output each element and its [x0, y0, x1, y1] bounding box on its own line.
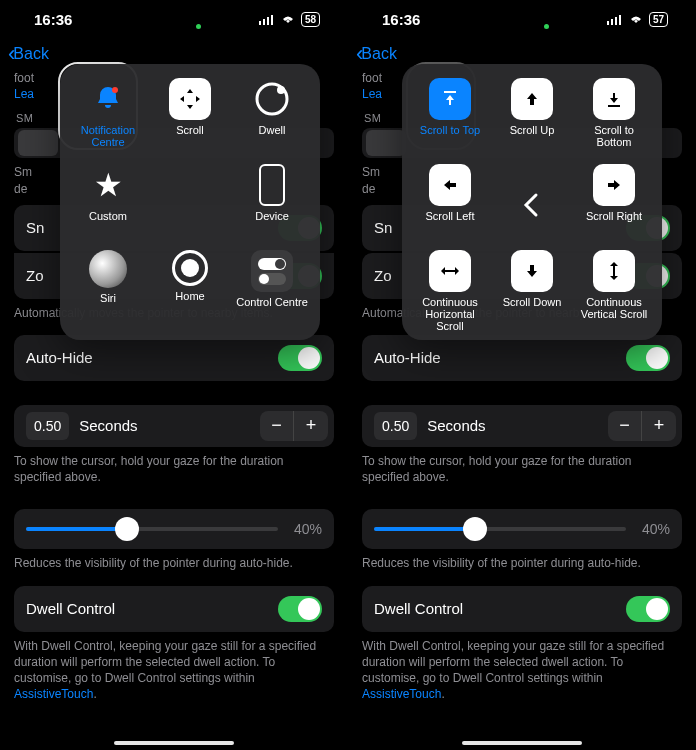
wifi-icon: [628, 13, 644, 25]
svg-rect-12: [608, 105, 620, 107]
dwell-row[interactable]: Dwell Control: [362, 586, 682, 632]
svg-rect-8: [611, 19, 613, 25]
seconds-row: 0.50 Seconds − +: [14, 405, 334, 447]
stepper-plus[interactable]: +: [294, 411, 328, 441]
menu-scroll[interactable]: Scroll: [150, 76, 230, 160]
assistive-menu-scroll[interactable]: Scroll to Top Scroll Up Scroll to Bottom…: [402, 64, 662, 340]
scroll-top-icon: [429, 78, 471, 120]
dwell-hint: With Dwell Control, keeping your gaze st…: [14, 639, 316, 685]
arrow-down-icon: [511, 250, 553, 292]
seconds-unit: Seconds: [79, 417, 250, 434]
menu-back[interactable]: [492, 162, 572, 246]
svg-point-6: [277, 86, 285, 94]
stepper-minus[interactable]: −: [260, 411, 294, 441]
status-time: 16:36: [34, 11, 72, 28]
learn-link[interactable]: Lea: [14, 87, 34, 101]
battery-icon: 58: [301, 12, 320, 27]
seconds-row: 0.50 Seconds −+: [362, 405, 682, 447]
h-scroll-icon: [429, 250, 471, 292]
dynamic-island: [128, 12, 220, 38]
assistivetouch-link[interactable]: AssistiveTouch: [14, 687, 93, 701]
opacity-slider-row: 40%: [14, 509, 334, 549]
dynamic-island: [476, 12, 568, 38]
menu-scroll-right[interactable]: Scroll Right: [574, 162, 654, 246]
control-centre-icon: [251, 250, 293, 292]
dwell-icon: [251, 78, 293, 120]
slider-hint: Reduces the visibility of the pointer du…: [14, 555, 334, 571]
seconds-hint: To show the cursor, hold your gaze for t…: [14, 453, 334, 485]
opacity-slider[interactable]: [26, 527, 278, 531]
svg-rect-3: [271, 15, 273, 25]
menu-device[interactable]: Device: [232, 162, 312, 246]
svg-rect-10: [619, 15, 621, 25]
back-label: Back: [13, 45, 49, 63]
scroll-icon: [169, 78, 211, 120]
menu-scroll-down[interactable]: Scroll Down: [492, 248, 572, 332]
star-icon: ★: [87, 164, 129, 206]
menu-scroll-left[interactable]: Scroll Left: [410, 162, 490, 246]
camera-dot: [544, 24, 549, 29]
camera-dot: [196, 24, 201, 29]
svg-rect-7: [607, 21, 609, 25]
back-label: Back: [361, 45, 397, 63]
scroll-bottom-icon: [593, 78, 635, 120]
battery-icon: 57: [649, 12, 668, 27]
menu-scroll-up[interactable]: Scroll Up: [492, 76, 572, 160]
svg-rect-11: [444, 91, 456, 93]
svg-rect-9: [615, 17, 617, 25]
slider-thumb[interactable]: [115, 517, 139, 541]
assistive-menu[interactable]: Notification Centre Scroll Dwell ★ Custo…: [60, 64, 320, 340]
arrow-up-icon: [511, 78, 553, 120]
menu-control-centre[interactable]: Control Centre: [232, 248, 312, 332]
seconds-stepper[interactable]: − +: [260, 411, 328, 441]
back-arrow-icon: [518, 191, 546, 219]
autohide-row[interactable]: Auto-Hide: [362, 335, 682, 381]
home-icon: [172, 250, 208, 286]
home-indicator[interactable]: [462, 741, 582, 745]
arrow-right-icon: [593, 164, 635, 206]
intro-partial: foot: [14, 71, 34, 85]
slider-value: 40%: [288, 521, 322, 537]
cellular-icon: [259, 14, 275, 25]
svg-rect-0: [259, 21, 261, 25]
menu-dwell[interactable]: Dwell: [232, 76, 312, 160]
svg-rect-1: [263, 19, 265, 25]
seconds-stepper[interactable]: −+: [608, 411, 676, 441]
device-icon: [259, 164, 285, 206]
cellular-icon: [607, 14, 623, 25]
svg-point-4: [112, 87, 118, 93]
siri-icon: [89, 250, 127, 288]
v-scroll-icon: [593, 250, 635, 292]
autohide-row[interactable]: Auto-Hide: [14, 335, 334, 381]
bell-icon: [92, 83, 124, 115]
wifi-icon: [280, 13, 296, 25]
menu-scroll-to-top[interactable]: Scroll to Top: [410, 76, 490, 160]
menu-empty: [150, 162, 230, 246]
menu-scroll-to-bottom[interactable]: Scroll to Bottom: [574, 76, 654, 160]
arrow-left-icon: [429, 164, 471, 206]
svg-rect-2: [267, 17, 269, 25]
opacity-slider[interactable]: [374, 527, 626, 531]
menu-siri[interactable]: Siri: [68, 248, 148, 332]
menu-continuous-h-scroll[interactable]: Continuous Horizontal Scroll: [410, 248, 490, 332]
menu-home[interactable]: Home: [150, 248, 230, 332]
phone-right: 16:36 57 ‹ Back footLea SM Sm de Sn Zo A…: [348, 0, 696, 750]
autohide-toggle[interactable]: [278, 345, 322, 371]
menu-custom[interactable]: ★ Custom: [68, 162, 148, 246]
menu-notification-centre[interactable]: Notification Centre: [68, 76, 148, 160]
dwell-row[interactable]: Dwell Control: [14, 586, 334, 632]
menu-continuous-v-scroll[interactable]: Continuous Vertical Scroll: [574, 248, 654, 332]
dwell-toggle[interactable]: [278, 596, 322, 622]
status-time: 16:36: [382, 11, 420, 28]
seconds-value[interactable]: 0.50: [26, 412, 69, 440]
phone-left: 16:36 58 ‹ Back foot Lea SM Sm de Sn: [0, 0, 348, 750]
home-indicator[interactable]: [114, 741, 234, 745]
